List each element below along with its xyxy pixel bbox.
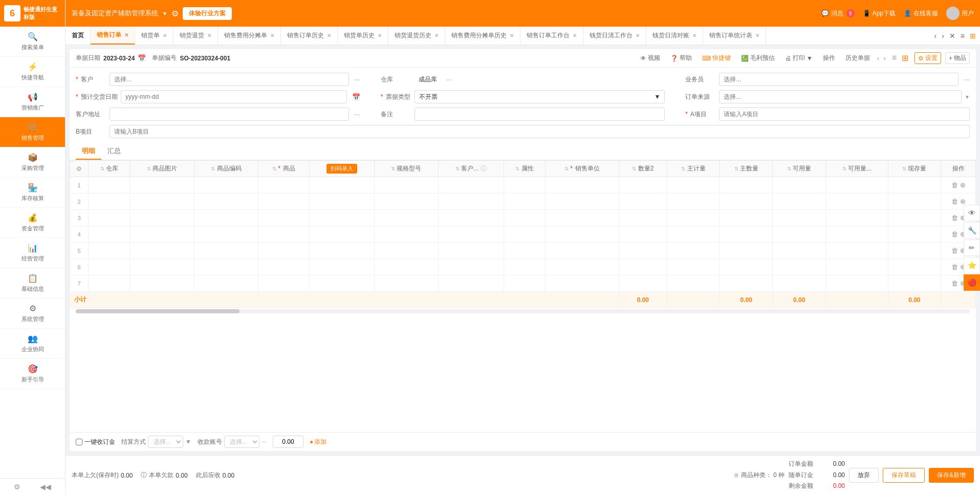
tab-close-icon[interactable]: ✕ [434, 33, 439, 38]
tab-close-icon[interactable]: ✕ [573, 33, 577, 38]
sidebar-item-inventory[interactable]: 🏪 库存核算 [0, 178, 65, 208]
tab-home[interactable]: 首页 [66, 27, 91, 45]
help-btn[interactable]: ❓ 帮助 [667, 53, 695, 63]
system-title-dropdown-icon[interactable]: ▼ [162, 11, 167, 16]
prev-record-icon[interactable]: ‹ [877, 54, 879, 62]
sidebar-item-marketing[interactable]: 📢 营销推广 [0, 87, 65, 117]
add-goods-btn[interactable]: + 物品 [945, 52, 970, 64]
one-click-input[interactable] [76, 439, 82, 445]
row-customer-code[interactable] [438, 177, 504, 193]
staff-more-icon[interactable]: ··· [964, 75, 970, 83]
row-code[interactable] [194, 177, 258, 193]
save-new-button[interactable]: 保存&新增 [929, 468, 974, 483]
tab-close-icon[interactable]: ✕ [378, 33, 382, 38]
invoice-select[interactable]: 不开票 ▼ [415, 90, 665, 103]
sidebar-item-management[interactable]: 📊 经营管理 [0, 238, 65, 268]
tab-return-history[interactable]: 销货退货历史 ✕ [388, 27, 445, 45]
tab-close-icon[interactable]: ✕ [510, 33, 514, 38]
row-delete-icon[interactable]: 🗑 [951, 279, 958, 287]
row-delete-icon[interactable]: 🗑 [951, 247, 958, 254]
tab-expense-split[interactable]: 销售费用分摊单 ✕ [218, 27, 281, 45]
profit-btn[interactable]: 💹 毛利预估 [738, 53, 778, 63]
row-delete-icon[interactable]: 🗑 [951, 181, 958, 189]
tab-goods-history[interactable]: 销货单历史 ✕ [338, 27, 388, 45]
settings-btn[interactable]: ⚙ 设置 [914, 52, 941, 64]
tab-expense-history[interactable]: 销售费用分摊单历史 ✕ [445, 27, 520, 45]
tab-close-all-icon[interactable]: ✕ [947, 31, 957, 41]
view-btn[interactable]: 👁 视频 [637, 53, 663, 63]
tab-order-stats[interactable]: 销售订单统计表 ✕ [703, 27, 766, 45]
tab-order-workbench[interactable]: 销售订单工作台 ✕ [520, 27, 583, 45]
row-delete-icon[interactable]: 🗑 [951, 263, 958, 271]
delivery-date-input[interactable] [121, 90, 347, 103]
sidebar-item-enterprise[interactable]: 👥 企业协同 [0, 329, 65, 359]
row-unit[interactable] [546, 177, 619, 193]
grid-layout-icon[interactable]: ⊞ [900, 52, 910, 64]
row-delete-icon[interactable]: 🗑 [951, 214, 958, 222]
sidebar-item-nav[interactable]: ⚡ 快捷导航 [0, 57, 65, 87]
tab-close-icon[interactable]: ✕ [636, 33, 640, 38]
float-btn-2[interactable]: 🔧 [964, 222, 980, 239]
tab-sales-goods[interactable]: 销货单 ✕ [135, 27, 173, 45]
print-btn[interactable]: 🖨 打印 ▼ [782, 53, 816, 63]
tab-sales-order[interactable]: 销售订单 ✕ [91, 27, 135, 45]
scrollbar-thumb[interactable] [76, 309, 239, 313]
detail-tab-summary[interactable]: 汇总 [101, 143, 127, 160]
tab-close-icon[interactable]: ✕ [207, 33, 211, 38]
float-btn-3[interactable]: ✏ [964, 240, 980, 256]
address-more-icon[interactable]: ··· [354, 110, 360, 118]
amount-input[interactable] [273, 436, 303, 448]
one-click-checkbox[interactable]: 一键收订金 [76, 438, 115, 446]
float-btn-5[interactable]: 🔴 [964, 274, 980, 291]
tab-next-icon[interactable]: › [940, 31, 946, 41]
tab-close-icon[interactable]: ✕ [327, 33, 331, 38]
tab-close-icon[interactable]: ✕ [755, 33, 759, 38]
row-qty2[interactable] [619, 177, 667, 193]
row-delete-icon[interactable]: 🗑 [951, 198, 958, 205]
tab-daily-reconcile[interactable]: 钱货日清对账 ✕ [646, 27, 703, 45]
delivery-calendar-icon[interactable]: 📅 [352, 93, 360, 101]
list-layout-icon[interactable]: ≡ [890, 52, 899, 64]
plan-button[interactable]: 体验行业方案 [183, 7, 232, 20]
row-warehouse[interactable] [89, 177, 130, 193]
sidebar-item-system[interactable]: ⚙ 系统管理 [0, 298, 65, 329]
discard-button[interactable]: 放弃 [849, 468, 879, 483]
tab-expand-icon[interactable]: ⊞ [968, 31, 978, 41]
app-download-btn[interactable]: 📱 App下载 [863, 9, 896, 18]
row-copy-icon[interactable]: ⊕ [960, 181, 966, 189]
account-more-icon[interactable]: ··· [262, 438, 267, 445]
tab-close-icon[interactable]: ✕ [270, 33, 274, 38]
shortcut-btn[interactable]: ⌨ 快捷键 [699, 53, 734, 63]
a-project-input[interactable] [719, 107, 970, 121]
tab-close-icon[interactable]: ✕ [163, 33, 167, 38]
sidebar-item-sales[interactable]: 🛒 销售管理 [0, 117, 65, 147]
sidebar-item-search[interactable]: 🔍 搜索菜单 [0, 27, 65, 57]
customer-code-help-icon[interactable]: ⓘ [481, 165, 487, 172]
save-draft-button[interactable]: 保存草稿 [883, 468, 925, 483]
sidebar-item-guide[interactable]: 🎯 新手引导 [0, 359, 65, 389]
row-main-qty[interactable] [720, 177, 773, 193]
row-spec[interactable] [374, 177, 438, 193]
payment-method-dropdown-icon[interactable]: ▼ [185, 438, 191, 445]
add-payment-button[interactable]: ● 添加 [310, 438, 326, 446]
row-attribute[interactable] [504, 177, 545, 193]
staff-input[interactable] [719, 73, 959, 86]
next-record-icon[interactable]: › [883, 54, 885, 62]
customer-more-icon[interactable]: ··· [354, 75, 360, 83]
warehouse-more-icon[interactable]: ··· [446, 75, 452, 83]
message-btn[interactable]: 💬 消息 9 [821, 9, 855, 18]
tab-prev-icon[interactable]: ‹ [932, 31, 939, 41]
customer-input[interactable] [110, 73, 349, 86]
history-btn[interactable]: 历史单据 [842, 53, 873, 63]
tab-close-icon[interactable]: ✕ [692, 33, 696, 38]
horizontal-scrollbar[interactable] [76, 309, 970, 313]
user-btn[interactable]: 用户 [946, 7, 974, 20]
scan-button[interactable]: 扫码录入 [326, 164, 357, 174]
account-select[interactable]: 选择... [224, 436, 259, 448]
sidebar-item-purchase[interactable]: 📦 采购管理 [0, 147, 65, 178]
tab-daily-workbench[interactable]: 钱货日清工作台 ✕ [583, 27, 646, 45]
collapse-icon[interactable]: ◀◀ [40, 483, 51, 491]
operation-btn[interactable]: 操作 [820, 53, 838, 63]
column-settings-icon[interactable]: ⚙ [76, 165, 82, 173]
tab-close-icon[interactable]: ✕ [124, 32, 128, 38]
